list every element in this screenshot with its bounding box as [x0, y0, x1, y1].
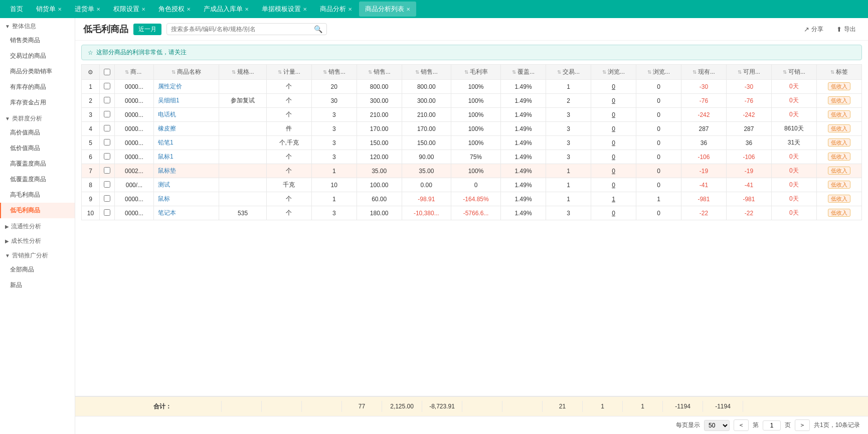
nav-product-entry[interactable]: 产成品入库单 ✕ — [198, 2, 255, 17]
row-browse1[interactable]: 0 — [591, 178, 636, 192]
row-name[interactable]: 吴细细1 — [153, 94, 219, 108]
col-code[interactable]: ⇅商... — [115, 65, 154, 80]
col-sales-profit[interactable]: ⇅销售... — [402, 65, 451, 80]
sidebar-group-circulation[interactable]: ▶ 流通性分析 — [0, 218, 75, 233]
row-browse1[interactable]: 0 — [591, 108, 636, 122]
row-select-checkbox[interactable] — [104, 83, 110, 89]
search-input[interactable] — [171, 26, 311, 33]
col-saleable[interactable]: ⇅可销... — [771, 65, 816, 80]
sidebar-item-low-value[interactable]: 低价值商品 — [0, 140, 75, 156]
nav-purchase-order[interactable]: 进货单 ✕ — [69, 2, 106, 17]
col-current[interactable]: ⇅现有... — [681, 65, 726, 80]
row-checkbox[interactable] — [100, 150, 115, 164]
export-button[interactable]: ⬆ 导出 — [832, 24, 860, 35]
nav-close-icon[interactable]: ✕ — [141, 7, 145, 12]
sidebar-item-category-sales-rate[interactable]: 商品分类助销率 — [0, 64, 75, 79]
col-trade-count[interactable]: ⇅交易... — [546, 65, 591, 80]
nav-template-settings[interactable]: 单据模板设置 ✕ — [256, 2, 313, 17]
row-select-checkbox[interactable] — [104, 139, 110, 146]
col-sales-count[interactable]: ⇅销售... — [311, 65, 357, 80]
col-spec[interactable]: ⇅规格... — [219, 65, 266, 80]
nav-role-auth[interactable]: 角色授权 ✕ — [152, 2, 197, 17]
row-browse1[interactable]: 0 — [591, 164, 636, 178]
row-checkbox[interactable] — [100, 94, 115, 108]
col-name[interactable]: ⇅商品名称 — [153, 65, 219, 80]
sidebar-item-low-margin[interactable]: 低毛利商品 — [0, 203, 75, 218]
sidebar-group-cluster[interactable]: ▼ 类群度分析 — [0, 110, 75, 125]
sidebar-group-marketing[interactable]: ▼ 营销推广分析 — [0, 247, 75, 262]
row-name[interactable]: 属性定价 — [153, 80, 219, 94]
sidebar-item-in-stock-goods[interactable]: 有库存的商品 — [0, 79, 75, 95]
sidebar-item-sales-goods[interactable]: 销售类商品 — [0, 33, 75, 48]
col-gross-margin[interactable]: ⇅毛利率 — [451, 65, 500, 80]
col-unit[interactable]: ⇅计量... — [266, 65, 311, 80]
per-page-select[interactable]: 50 100 200 — [704, 420, 730, 431]
row-name[interactable]: 鼠标垫 — [153, 164, 219, 178]
nav-close-icon[interactable]: ✕ — [187, 7, 191, 12]
row-select-checkbox[interactable] — [104, 181, 110, 188]
col-browse1[interactable]: ⇅浏览... — [591, 65, 636, 80]
row-browse1[interactable]: 0 — [591, 80, 636, 94]
col-browse2[interactable]: ⇅浏览... — [636, 65, 681, 80]
nav-close-icon[interactable]: ✕ — [58, 7, 62, 12]
col-settings[interactable]: ⚙ — [82, 65, 100, 80]
row-name[interactable]: 测试 — [153, 178, 219, 192]
col-tag[interactable]: ⇅标签 — [816, 65, 861, 80]
sidebar-item-high-coverage[interactable]: 高覆盖度商品 — [0, 156, 75, 172]
row-browse1[interactable]: 0 — [591, 94, 636, 108]
nav-product-analysis[interactable]: 商品分析 ✕ — [314, 2, 358, 17]
row-select-checkbox[interactable] — [104, 125, 110, 131]
col-select-all[interactable] — [100, 65, 115, 80]
row-checkbox[interactable] — [100, 206, 115, 220]
row-select-checkbox[interactable] — [104, 153, 110, 160]
sidebar-item-low-coverage[interactable]: 低覆盖度商品 — [0, 172, 75, 187]
row-name[interactable]: 电话机 — [153, 108, 219, 122]
row-checkbox[interactable] — [100, 192, 115, 206]
nav-home[interactable]: 首页 — [4, 2, 29, 17]
row-checkbox[interactable] — [100, 122, 115, 136]
table-container[interactable]: ⚙ ⇅商... ⇅商品名称 ⇅规格... ⇅计量... ⇅销售... ⇅销售..… — [75, 64, 868, 396]
row-select-checkbox[interactable] — [104, 209, 110, 216]
search-icon[interactable]: 🔍 — [314, 25, 322, 33]
next-page-button[interactable]: ＞ — [795, 419, 810, 431]
share-button[interactable]: ↗ 分享 — [800, 24, 827, 35]
row-name[interactable]: 鼠标 — [153, 192, 219, 206]
col-coverage[interactable]: ⇅覆盖... — [501, 65, 546, 80]
prev-page-button[interactable]: ＜ — [734, 419, 749, 431]
row-browse1[interactable]: 0 — [591, 150, 636, 164]
sidebar-group-overall[interactable]: ▼ 整体信息 — [0, 18, 75, 33]
row-checkbox[interactable] — [100, 164, 115, 178]
select-all-checkbox[interactable] — [104, 69, 110, 75]
sidebar-item-new-goods[interactable]: 新品 — [0, 277, 75, 293]
nav-sales-order[interactable]: 销货单 ✕ — [30, 2, 68, 17]
nav-permissions[interactable]: 权限设置 ✕ — [107, 2, 151, 17]
row-select-checkbox[interactable] — [104, 111, 110, 117]
row-checkbox[interactable] — [100, 80, 115, 94]
col-available[interactable]: ⇅可用... — [726, 65, 771, 80]
nav-product-analysis-list[interactable]: 商品分析列表 ✕ — [359, 2, 416, 17]
nav-close-icon[interactable]: ✕ — [245, 7, 249, 12]
row-checkbox[interactable] — [100, 136, 115, 150]
row-name[interactable]: 笔记本 — [153, 206, 219, 220]
row-select-checkbox[interactable] — [104, 195, 110, 202]
col-sales-amount[interactable]: ⇅销售... — [357, 65, 402, 80]
sidebar-item-all-goods[interactable]: 全部商品 — [0, 262, 75, 277]
row-browse1[interactable]: 0 — [591, 136, 636, 150]
sidebar-item-high-margin[interactable]: 高毛利商品 — [0, 187, 75, 203]
sidebar-item-inventory-capital[interactable]: 库存资金占用 — [0, 95, 75, 110]
row-name[interactable]: 鼠标1 — [153, 150, 219, 164]
row-select-checkbox[interactable] — [104, 97, 110, 103]
row-browse1[interactable]: 0 — [591, 122, 636, 136]
row-browse1[interactable]: 0 — [591, 206, 636, 220]
sidebar-group-growth[interactable]: ▶ 成长性分析 — [0, 233, 75, 247]
row-browse1[interactable]: 1 — [591, 192, 636, 206]
sidebar-item-high-value[interactable]: 高价值商品 — [0, 125, 75, 140]
sidebar-item-traded-goods[interactable]: 交易过的商品 — [0, 48, 75, 64]
nav-close-icon[interactable]: ✕ — [348, 7, 352, 12]
row-name[interactable]: 铅笔1 — [153, 136, 219, 150]
nav-close-icon[interactable]: ✕ — [406, 7, 410, 12]
nav-close-icon[interactable]: ✕ — [96, 7, 100, 12]
row-checkbox[interactable] — [100, 178, 115, 192]
nav-close-icon[interactable]: ✕ — [303, 7, 307, 12]
time-filter-button[interactable]: 近一月 — [133, 24, 161, 35]
